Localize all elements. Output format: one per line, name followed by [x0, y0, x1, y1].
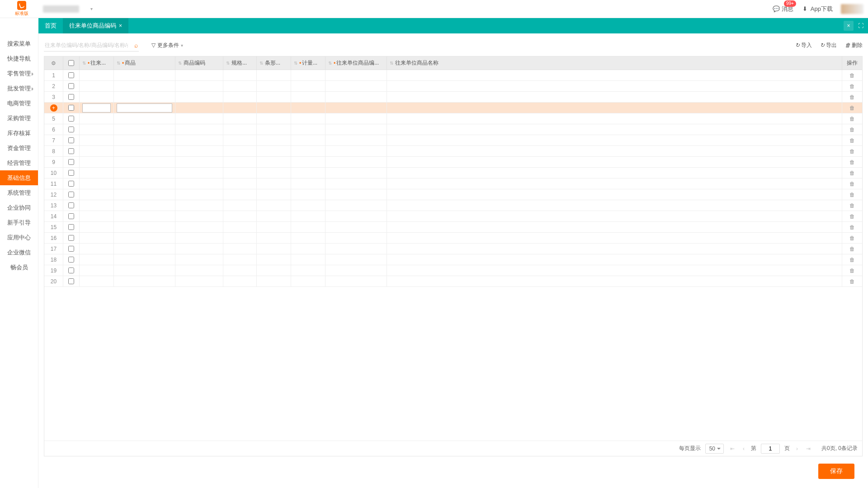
- cell-partner-code[interactable]: [326, 244, 387, 254]
- cell-spec[interactable]: [223, 200, 257, 211]
- row-checkbox[interactable]: [68, 105, 74, 111]
- row-delete[interactable]: 🗑: [842, 135, 862, 145]
- cell-partner-code[interactable]: [326, 70, 387, 80]
- row-select[interactable]: [63, 233, 80, 243]
- cell-partner[interactable]: [80, 124, 114, 135]
- row-checkbox[interactable]: [68, 235, 74, 241]
- cell-product[interactable]: [114, 70, 175, 80]
- cell-barcode[interactable]: [257, 244, 291, 254]
- cell-partner-name[interactable]: [387, 124, 842, 135]
- page-last-icon[interactable]: ⇥: [804, 446, 812, 452]
- row-delete[interactable]: 🗑: [842, 276, 862, 286]
- cell-product[interactable]: [114, 254, 175, 265]
- page-first-icon[interactable]: ⇤: [728, 446, 736, 452]
- search-input[interactable]: [44, 39, 139, 52]
- cell-product-code[interactable]: [175, 233, 223, 243]
- cell-barcode[interactable]: [257, 157, 291, 167]
- sidebar-item-3[interactable]: 批发管理: [0, 81, 38, 96]
- cell-unit[interactable]: [291, 265, 326, 276]
- cell-editor[interactable]: [117, 103, 172, 113]
- cell-barcode[interactable]: [257, 124, 291, 135]
- cell-partner-name[interactable]: [387, 265, 842, 276]
- cell-partner[interactable]: [80, 146, 114, 156]
- table-row[interactable]: 16🗑: [44, 233, 862, 244]
- cell-unit[interactable]: [291, 124, 326, 135]
- row-delete[interactable]: 🗑: [842, 265, 862, 276]
- cell-barcode[interactable]: [257, 178, 291, 189]
- cell-unit[interactable]: [291, 244, 326, 254]
- messages-button[interactable]: 💬 消息 99+: [773, 5, 793, 13]
- row-checkbox[interactable]: [68, 83, 74, 89]
- col-product-code[interactable]: 商品编码: [175, 56, 223, 70]
- row-select[interactable]: [63, 168, 80, 178]
- col-partner-code[interactable]: •往来单位商品编...: [326, 56, 387, 70]
- cell-unit[interactable]: [291, 222, 326, 232]
- row-checkbox[interactable]: [68, 159, 74, 165]
- cell-barcode[interactable]: [257, 135, 291, 145]
- cell-partner[interactable]: [80, 200, 114, 211]
- cell-spec[interactable]: [223, 244, 257, 254]
- cell-product[interactable]: [114, 146, 175, 156]
- cell-partner[interactable]: [80, 265, 114, 276]
- row-checkbox[interactable]: [68, 202, 74, 208]
- row-delete[interactable]: 🗑: [842, 189, 862, 200]
- cell-barcode[interactable]: [257, 254, 291, 265]
- sidebar-item-9[interactable]: 基础信息: [0, 170, 38, 185]
- page-input[interactable]: [761, 444, 780, 454]
- cell-product[interactable]: [114, 157, 175, 167]
- cell-partner[interactable]: [80, 244, 114, 254]
- row-checkbox[interactable]: [68, 267, 74, 273]
- cell-partner[interactable]: [80, 233, 114, 243]
- row-checkbox[interactable]: [68, 192, 74, 197]
- cell-partner-name[interactable]: [387, 244, 842, 254]
- row-delete[interactable]: 🗑: [842, 211, 862, 221]
- row-delete[interactable]: 🗑: [842, 244, 862, 254]
- cell-partner-code[interactable]: [326, 189, 387, 200]
- row-delete[interactable]: 🗑: [842, 168, 862, 178]
- table-row[interactable]: 1🗑: [44, 70, 862, 81]
- cell-barcode[interactable]: [257, 211, 291, 221]
- cell-spec[interactable]: [223, 81, 257, 91]
- avatar[interactable]: [841, 4, 863, 14]
- row-select[interactable]: [63, 200, 80, 211]
- save-button[interactable]: 保存: [818, 464, 854, 479]
- cell-partner-code[interactable]: [326, 233, 387, 243]
- table-row[interactable]: 13🗑: [44, 200, 862, 211]
- cell-spec[interactable]: [223, 178, 257, 189]
- row-delete[interactable]: 🗑: [842, 146, 862, 156]
- row-select[interactable]: [63, 244, 80, 254]
- row-delete[interactable]: 🗑: [842, 81, 862, 91]
- cell-unit[interactable]: [291, 189, 326, 200]
- row-checkbox[interactable]: [68, 148, 74, 154]
- sidebar-item-1[interactable]: 快捷导航: [0, 51, 38, 66]
- row-select[interactable]: [63, 189, 80, 200]
- sidebar-item-0[interactable]: 搜索菜单: [0, 36, 38, 51]
- cell-partner[interactable]: [80, 276, 114, 286]
- col-settings[interactable]: ⚙: [44, 56, 63, 70]
- cell-product[interactable]: [114, 211, 175, 221]
- row-delete[interactable]: 🗑: [842, 222, 862, 232]
- cell-spec[interactable]: [223, 233, 257, 243]
- row-delete[interactable]: 🗑: [842, 70, 862, 80]
- cell-partner[interactable]: [80, 157, 114, 167]
- cell-spec[interactable]: [223, 124, 257, 135]
- row-select[interactable]: [63, 254, 80, 265]
- tab-partner-codes[interactable]: 往来单位商品编码 ×: [63, 18, 128, 33]
- col-product[interactable]: •商品: [114, 56, 175, 70]
- cell-partner-code[interactable]: [326, 211, 387, 221]
- cell-partner[interactable]: [80, 168, 114, 178]
- cell-partner-code[interactable]: [326, 254, 387, 265]
- cell-unit[interactable]: [291, 135, 326, 145]
- cell-product[interactable]: [114, 265, 175, 276]
- table-row[interactable]: 15🗑: [44, 222, 862, 233]
- cell-partner-name[interactable]: [387, 135, 842, 145]
- cell-partner[interactable]: [80, 211, 114, 221]
- cell-partner-code[interactable]: [326, 113, 387, 124]
- cell-barcode[interactable]: [257, 265, 291, 276]
- cell-unit[interactable]: [291, 146, 326, 156]
- row-delete[interactable]: 🗑: [842, 178, 862, 189]
- col-partner[interactable]: •往来...: [80, 56, 114, 70]
- row-checkbox[interactable]: [68, 257, 74, 263]
- row-checkbox[interactable]: [68, 181, 74, 187]
- app-download-button[interactable]: ⬇ App下载: [802, 5, 833, 13]
